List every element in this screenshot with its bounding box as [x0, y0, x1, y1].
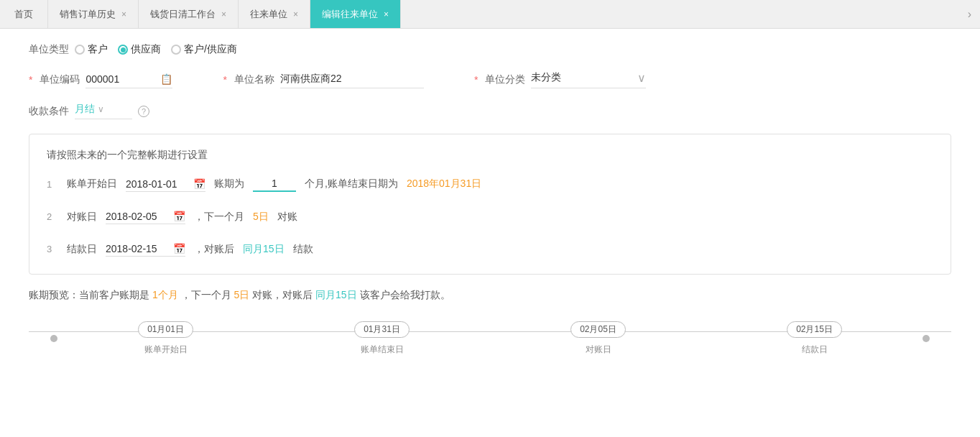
period-row-2: 2 对账日 📅 ，下一个月 5日 对账: [47, 209, 933, 224]
period-row-1-end-date: 2018年01月31日: [407, 178, 481, 190]
preview-prefix: 账期预览：当前客户账期是: [29, 289, 149, 300]
period-row-3-label: 结款日: [67, 243, 97, 256]
timeline-badge-4: 02月15日: [787, 321, 842, 338]
radio-customer[interactable]: 客户: [75, 43, 108, 56]
preview-orange1: 1个月: [152, 289, 178, 300]
radio-customer-label: 客户: [88, 43, 108, 56]
tab-partner-unit-label: 往来单位: [250, 8, 287, 21]
type-radio-group: 客户 供应商 客户/供应商: [75, 43, 237, 56]
period-row-2-suffix-post: 对账: [277, 211, 297, 224]
timeline-start-dot: [50, 335, 57, 342]
tab-sales-history[interactable]: 销售订单历史 ×: [48, 0, 139, 28]
unit-type-row: 单位类型 客户 供应商 客户/供应商: [29, 43, 951, 56]
tab-edit-partner-close[interactable]: ×: [384, 9, 389, 19]
timeline-node-3: 02月05日 对账日: [490, 321, 706, 356]
period-row-1-num: 1: [47, 179, 58, 190]
radio-supplier-circle: [118, 45, 128, 55]
tab-home-label: 首页: [14, 8, 33, 21]
preview-mid1: ，下一个月: [181, 289, 231, 300]
unit-code-input-wrapper: 📋: [85, 70, 172, 88]
payment-condition-help-icon[interactable]: ?: [138, 106, 149, 117]
period-row-1-cal-icon[interactable]: 📅: [193, 178, 205, 190]
period-title: 请按照未来的一个完整帐期进行设置: [47, 149, 933, 162]
timeline-label-4: 结款日: [802, 344, 828, 356]
unit-category-label: 单位分类: [485, 73, 525, 86]
unit-category-group: * 单位分类 未分类 ∨: [474, 71, 646, 88]
payment-condition-value: 月结: [75, 103, 95, 116]
period-row-3-date: 📅: [106, 242, 185, 257]
tab-cash-reconcile-close[interactable]: ×: [221, 9, 226, 19]
unit-category-star: *: [474, 74, 478, 86]
payment-condition-arrow-icon: ∨: [98, 104, 104, 114]
period-row-1-suffix-pre: 账期为: [214, 178, 244, 190]
radio-customer-supplier[interactable]: 客户/供应商: [171, 43, 237, 56]
unit-name-star: *: [223, 74, 226, 86]
period-row-3-suffix-pre: ，对账后: [194, 243, 234, 256]
tab-bar: 首页 销售订单历史 × 钱货日清工作台 × 往来单位 × 编辑往来单位 × ›: [0, 0, 980, 29]
unit-name-group: * 单位名称: [223, 70, 423, 88]
unit-category-value: 未分类: [531, 71, 561, 84]
payment-condition-group: 收款条件 月结 ∨ ?: [29, 103, 149, 119]
timeline-badge-3: 02月05日: [570, 321, 626, 338]
unit-name-label: 单位名称: [234, 73, 274, 86]
main-content: 单位类型 客户 供应商 客户/供应商 * 单位编码: [0, 29, 980, 437]
period-row-2-date-input[interactable]: [106, 209, 170, 224]
radio-supplier-label: 供应商: [131, 43, 161, 56]
unit-type-label: 单位类型: [29, 43, 69, 56]
period-row-1: 1 账单开始日 📅 账期为 个月,账单结束日期为 2018年01月31日: [47, 176, 933, 192]
period-row-1-label: 账单开始日: [67, 178, 117, 190]
radio-supplier[interactable]: 供应商: [118, 43, 161, 56]
period-row-2-suffix-pre: ，下一个月: [194, 211, 244, 224]
tab-partner-unit[interactable]: 往来单位 ×: [239, 0, 310, 28]
tab-cash-reconcile[interactable]: 钱货日清工作台 ×: [139, 0, 239, 28]
timeline-label-1: 账单开始日: [144, 344, 188, 356]
unit-code-icon: 📋: [160, 73, 172, 85]
preview-text: 账期预览：当前客户账期是 1个月 ，下一个月 5日 对账，对账后 同月15日 该…: [29, 286, 951, 304]
tab-edit-partner[interactable]: 编辑往来单位 ×: [310, 0, 401, 28]
tab-edit-partner-label: 编辑往来单位: [322, 8, 378, 21]
period-settings-box: 请按照未来的一个完整帐期进行设置 1 账单开始日 📅 账期为 个月,账单结束日期…: [29, 134, 951, 275]
unit-name-input[interactable]: [280, 70, 424, 88]
period-row-1-date: 📅: [126, 177, 205, 192]
tab-sales-history-close[interactable]: ×: [121, 9, 126, 19]
period-row-2-date: 📅: [106, 209, 185, 224]
tab-partner-unit-close[interactable]: ×: [293, 9, 298, 19]
timeline-node-2: 01月31日 账单结束日: [274, 321, 490, 356]
tab-sales-history-label: 销售订单历史: [60, 8, 116, 21]
period-row-1-suffix-mid: 个月,账单结束日期为: [305, 178, 398, 190]
period-row-3-highlight: 同月15日: [243, 243, 285, 256]
period-row-2-label: 对账日: [67, 211, 97, 224]
unit-category-dropdown[interactable]: 未分类 ∨: [531, 71, 646, 88]
period-row-3: 3 结款日 📅 ，对账后 同月15日 结款: [47, 242, 933, 257]
payment-condition-select[interactable]: 月结 ∨: [75, 103, 132, 119]
timeline-badge-2: 01月31日: [354, 321, 410, 338]
timeline: 01月01日 账单开始日 01月31日 账单结束日 02月05日 对账日 02月…: [29, 321, 951, 356]
radio-customer-circle: [75, 45, 85, 55]
payment-condition-label: 收款条件: [29, 105, 69, 118]
period-row-2-highlight: 5日: [253, 211, 269, 224]
unit-type-group: 单位类型 客户 供应商 客户/供应商: [29, 43, 237, 56]
period-row-1-month-input[interactable]: [253, 176, 296, 192]
tab-cash-reconcile-label: 钱货日清工作台: [150, 8, 216, 21]
timeline-label-3: 对账日: [586, 344, 611, 356]
timeline-badge-1: 01月01日: [138, 321, 193, 338]
radio-customer-supplier-label: 客户/供应商: [184, 43, 237, 56]
unit-code-star: *: [29, 74, 32, 86]
period-row-3-cal-icon[interactable]: 📅: [173, 243, 185, 254]
period-row-3-num: 3: [47, 244, 58, 254]
period-row-3-suffix-post: 结款: [293, 243, 313, 256]
preview-teal: 同月15日: [315, 289, 357, 300]
timeline-end-dot: [923, 335, 930, 342]
timeline-node-1: 01月01日 账单开始日: [57, 321, 274, 356]
timeline-label-2: 账单结束日: [361, 344, 404, 356]
period-row-2-cal-icon[interactable]: 📅: [173, 211, 185, 222]
tab-home[interactable]: 首页: [0, 0, 48, 28]
preview-orange2: 5日: [234, 289, 249, 300]
period-row-3-date-input[interactable]: [106, 242, 170, 256]
period-row-1-date-input[interactable]: [126, 177, 190, 191]
timeline-node-4: 02月15日 结款日: [706, 321, 923, 356]
unit-code-group: * 单位编码 📋: [29, 70, 172, 88]
unit-info-row: * 单位编码 📋 * 单位名称 * 单位分类 未分类 ∨: [29, 70, 951, 88]
tab-expand-icon[interactable]: ›: [959, 8, 980, 21]
unit-code-input[interactable]: [85, 70, 157, 88]
